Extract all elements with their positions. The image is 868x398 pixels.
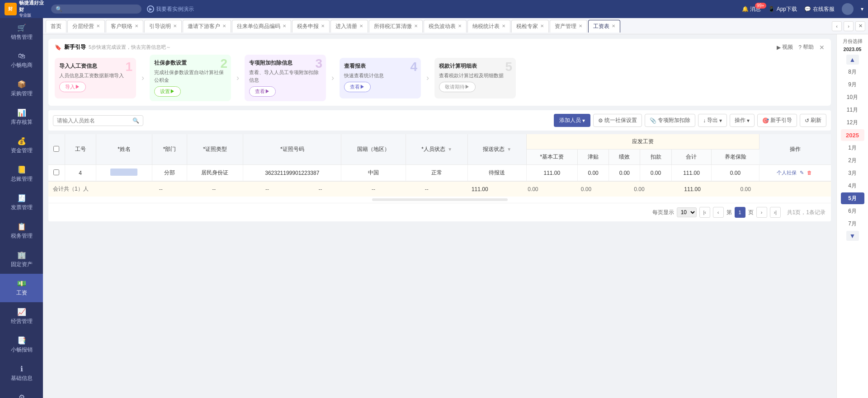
tab-assets[interactable]: 资产管理 ✕ (550, 20, 587, 33)
month-item-9[interactable]: 9月 (841, 79, 864, 90)
month-item-2[interactable]: 2月 (841, 155, 864, 166)
search-box[interactable]: 🔍 (53, 115, 143, 126)
online-service-btn[interactable]: 💬 在线客服 (804, 5, 835, 13)
tab-tiered[interactable]: 分层经营 ✕ (67, 20, 105, 33)
month-item-8[interactable]: 8月 (841, 66, 864, 78)
sidebar-item-ecommerce[interactable]: 🛍 小畅电商 (0, 47, 43, 75)
sidebar-item-general[interactable]: 📒 总账管理 (0, 160, 43, 188)
sidebar-item-fixed-assets[interactable]: 🏢 固定资产 (0, 245, 43, 274)
page-next-btn[interactable]: › (756, 207, 767, 218)
tab-close-tiered[interactable]: ✕ (96, 24, 100, 28)
action-social-link[interactable]: 个人社保 (777, 170, 797, 175)
tab-contacts[interactable]: 客户联络 ✕ (106, 20, 143, 33)
tab-payroll[interactable]: 工资表 ✕ (588, 20, 620, 33)
step-btn-5[interactable]: 敬请期待▶ (439, 82, 476, 92)
tab-close-guide[interactable]: ✕ (173, 24, 177, 28)
month-nav-down[interactable]: ▼ (846, 231, 859, 241)
sidebar-item-tax[interactable]: 📋 税务管理 (0, 217, 43, 245)
page-first-btn[interactable]: |‹ (699, 207, 710, 218)
guide-close-btn[interactable]: ✕ (819, 44, 825, 51)
action-edit-link[interactable]: ✎ (800, 170, 804, 175)
tab-guide[interactable]: 引导说明 ✕ (144, 20, 182, 33)
tab-home[interactable]: 首页 (46, 20, 66, 33)
user-menu-btn[interactable]: ▾ (861, 6, 863, 12)
month-item-4[interactable]: 4月 (841, 180, 864, 192)
tab-close-tax-calc[interactable]: ✕ (414, 24, 418, 28)
sidebar-item-system[interactable]: ⚙ 系统管理 (0, 388, 43, 398)
add-person-btn[interactable]: 添加人员 ▾ (554, 114, 590, 127)
tab-enter-book[interactable]: 进入清册 ✕ (330, 20, 368, 33)
page-prev-btn[interactable]: ‹ (713, 207, 724, 218)
tab-close-assets[interactable]: ✕ (579, 24, 582, 28)
inventory-icon: 📊 (3, 108, 40, 117)
sidebar-item-finance[interactable]: 💰 资金管理 (0, 131, 43, 160)
sidebar-item-sales[interactable]: 🛒 销售管理 (0, 18, 43, 47)
unify-social-btn[interactable]: ⚙ 统一社保设置 (593, 114, 642, 127)
tab-tax-exempt[interactable]: 税负波动表 ✕ (424, 20, 467, 33)
select-all-checkbox[interactable] (53, 146, 59, 152)
avatar[interactable] (842, 3, 854, 15)
action-delete-link[interactable]: 🗑 (807, 170, 812, 175)
top-search-bar[interactable]: 🔍 (51, 5, 142, 14)
special-deduct-btn[interactable]: 📎 专项附加扣除 (645, 114, 695, 127)
tab-close-payroll[interactable]: ✕ (612, 24, 615, 28)
month-nav-up[interactable]: ▲ (846, 55, 859, 65)
table-scroll-bar[interactable] (48, 197, 831, 203)
row-checkbox[interactable] (53, 169, 59, 175)
guide-video-link[interactable]: ▶ 视频 (777, 43, 793, 51)
month-item-7[interactable]: 7月 (841, 218, 864, 229)
month-item-10[interactable]: 10月 (841, 91, 864, 103)
search-input[interactable] (57, 117, 132, 124)
tab-close-tax-stat[interactable]: ✕ (502, 24, 505, 28)
month-item-11[interactable]: 11月 (841, 104, 864, 116)
export-btn[interactable]: ↓ 导出 ▾ (698, 114, 727, 127)
sidebar-item-purchase[interactable]: 📦 采购管理 (0, 75, 43, 103)
app-download-btn[interactable]: 📱 App下载 (768, 5, 797, 13)
tab-invite[interactable]: 邀请下游客户 ✕ (183, 20, 231, 33)
sidebar-item-basic[interactable]: ℹ 基础信息 (0, 359, 43, 388)
tab-prev-btn[interactable]: ‹ (832, 21, 842, 31)
step-btn-2[interactable]: 设置▶ (154, 86, 181, 97)
tab-next-btn[interactable]: › (844, 21, 854, 31)
tab-product-code[interactable]: 往来单位商品编码 ✕ (232, 20, 291, 33)
report-status-filter-icon[interactable]: ▼ (507, 147, 511, 152)
page-size-select[interactable]: 10 20 50 (677, 207, 697, 217)
month-item-3[interactable]: 3月 (841, 167, 864, 179)
current-page[interactable]: 1 (735, 207, 745, 218)
guide-title-row: 🔖 新手引导 5步快速完成设置，快去完善信息吧～ ▶ 视频 ? 帮助 (55, 43, 825, 51)
month-item-1[interactable]: 1月 (841, 142, 864, 154)
step-btn-4[interactable]: 查看▶ (344, 82, 371, 92)
month-item-5-active[interactable]: 5月 (841, 192, 864, 204)
tab-close-contacts[interactable]: ✕ (135, 24, 138, 28)
guide-help-link[interactable]: ? 帮助 (798, 43, 814, 51)
operate-btn[interactable]: 操作 ▾ (730, 114, 755, 127)
tab-close-all-btn[interactable]: ✕ (855, 21, 865, 31)
sidebar-item-payroll[interactable]: 💵 工资 (0, 274, 43, 302)
page-last-btn[interactable]: ›| (770, 207, 781, 218)
sidebar-item-ops[interactable]: 📈 经营管理 (0, 302, 43, 331)
refresh-btn[interactable]: ↺ 刷新 (800, 114, 826, 127)
sidebar-item-inventory[interactable]: 📊 库存核算 (0, 103, 43, 131)
refresh-icon: ↺ (805, 117, 809, 124)
tab-close-tax-report[interactable]: ✕ (321, 24, 325, 28)
tab-tax-report[interactable]: 税务申报 ✕ (292, 20, 330, 33)
step-btn-1[interactable]: 导入▶ (59, 82, 86, 92)
toolbar: 🔍 添加人员 ▾ ⚙ 统一社保设置 📎 专项附加扣除 (48, 110, 831, 131)
notification-btn[interactable]: 🔔 消息 99+ (742, 5, 761, 13)
tab-close-invite[interactable]: ✕ (222, 24, 226, 28)
tab-close-product-code[interactable]: ✕ (283, 24, 286, 28)
new-guide-btn[interactable]: 🎯 新手引导 (757, 114, 797, 127)
month-item-6[interactable]: 6月 (841, 205, 864, 217)
tab-tax-expert[interactable]: 税检专家 ✕ (511, 20, 549, 33)
sidebar-item-invoice[interactable]: 🧾 发票管理 (0, 188, 43, 217)
tab-close-enter-book[interactable]: ✕ (359, 24, 363, 28)
status-filter-icon[interactable]: ▼ (448, 147, 452, 152)
demo-btn[interactable]: ▶ 我要看实例演示 (147, 5, 194, 13)
tab-tax-stat[interactable]: 纳税统计表 ✕ (467, 20, 510, 33)
month-item-12[interactable]: 12月 (841, 117, 864, 128)
tab-close-tax-exempt[interactable]: ✕ (458, 24, 462, 28)
tab-tax-calc[interactable]: 所得税汇算清缴 ✕ (369, 20, 423, 33)
tab-close-tax-expert[interactable]: ✕ (540, 24, 544, 28)
sidebar-item-reports[interactable]: 📑 小畅报销 (0, 331, 43, 359)
step-btn-3[interactable]: 查看▶ (249, 86, 276, 97)
